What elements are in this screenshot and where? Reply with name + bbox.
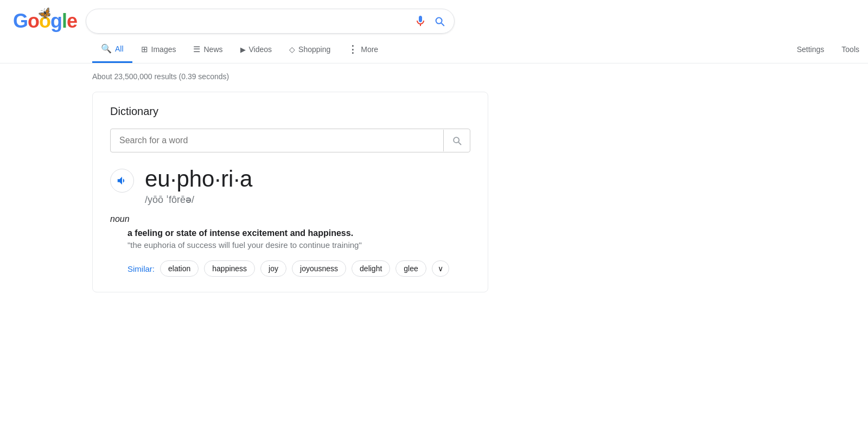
search-icon xyxy=(433,15,445,27)
word-search-icon xyxy=(451,135,462,146)
logo-letter-g: G xyxy=(13,10,28,32)
audio-button[interactable] xyxy=(110,169,134,193)
search-input[interactable]: define euphoria xyxy=(95,16,407,27)
tab-images-label: Images xyxy=(151,45,176,54)
logo-letter-e: e xyxy=(67,10,77,32)
tab-all[interactable]: 🔍 All xyxy=(92,36,132,63)
dictionary-section-title: Dictionary xyxy=(110,105,470,118)
headword: eu·pho·ri·a xyxy=(145,165,252,193)
settings-link[interactable]: Settings xyxy=(788,37,833,61)
nav-tabs: 🔍 All ⊞ Images ☰ News ▶ Videos ◇ Shoppin… xyxy=(0,36,868,63)
logo-letter-l: l xyxy=(62,10,67,32)
chevron-down-icon: ∨ xyxy=(438,264,443,273)
tab-news[interactable]: ☰ News xyxy=(184,37,231,62)
tab-more-label: More xyxy=(361,45,378,54)
tab-shopping-label: Shopping xyxy=(298,45,330,54)
tab-all-label: All xyxy=(115,44,124,53)
videos-icon: ▶ xyxy=(240,46,246,54)
header: Google define euphoria xyxy=(0,0,868,34)
images-icon: ⊞ xyxy=(141,44,148,54)
tab-more[interactable]: ⋮ More xyxy=(339,36,387,63)
tab-shopping[interactable]: ◇ Shopping xyxy=(280,37,339,61)
tab-images[interactable]: ⊞ Images xyxy=(132,37,185,62)
similar-chip-elation[interactable]: elation xyxy=(160,260,199,277)
similar-label: Similar: xyxy=(127,264,155,273)
news-icon: ☰ xyxy=(193,44,200,54)
expand-similar-button[interactable]: ∨ xyxy=(432,260,449,277)
all-icon: 🔍 xyxy=(101,43,112,54)
similar-chip-happiness[interactable]: happiness xyxy=(204,260,255,277)
definition-example: "the euphoria of success will fuel your … xyxy=(127,240,470,250)
pronunciation: /yōō ˈfôrēə/ xyxy=(145,194,252,206)
mic-icon[interactable] xyxy=(414,15,427,28)
results-count: About 23,500,000 results (0.39 seconds) xyxy=(92,72,488,81)
tools-link[interactable]: Tools xyxy=(833,37,868,61)
definition-text: a feeling or state of intense excitement… xyxy=(127,228,470,238)
tab-news-label: News xyxy=(203,45,222,54)
word-search-input[interactable] xyxy=(111,129,443,152)
word-headword-block: eu·pho·ri·a /yōō ˈfôrēə/ xyxy=(145,165,252,206)
logo-letter-g2: g xyxy=(50,10,62,32)
tab-videos[interactable]: ▶ Videos xyxy=(232,37,281,61)
search-bar: define euphoria xyxy=(86,9,455,34)
similar-chip-joy[interactable]: joy xyxy=(260,260,286,277)
search-button[interactable] xyxy=(433,15,445,27)
word-search-box xyxy=(110,129,470,152)
speaker-icon xyxy=(116,175,128,187)
similar-chip-glee[interactable]: glee xyxy=(395,260,426,277)
dictionary-card: Dictionary eu·pho·ri·a /yōō ˈfôrēə/ xyxy=(92,92,488,292)
similar-row: Similar: elation happiness joy joyousnes… xyxy=(127,260,470,277)
part-of-speech: noun xyxy=(110,214,470,224)
tab-videos-label: Videos xyxy=(249,45,272,54)
more-icon: ⋮ xyxy=(348,43,358,55)
word-search-button[interactable] xyxy=(443,130,470,151)
definition-block: a feeling or state of intense excitement… xyxy=(127,228,470,250)
logo-letter-o2: o xyxy=(39,10,50,33)
google-logo[interactable]: Google xyxy=(13,10,77,33)
similar-chip-joyousness[interactable]: joyousness xyxy=(292,260,346,277)
results-container: About 23,500,000 results (0.39 seconds) … xyxy=(0,63,488,301)
word-entry: eu·pho·ri·a /yōō ˈfôrēə/ xyxy=(110,165,470,206)
similar-chip-delight[interactable]: delight xyxy=(352,260,390,277)
shopping-icon: ◇ xyxy=(289,45,295,54)
